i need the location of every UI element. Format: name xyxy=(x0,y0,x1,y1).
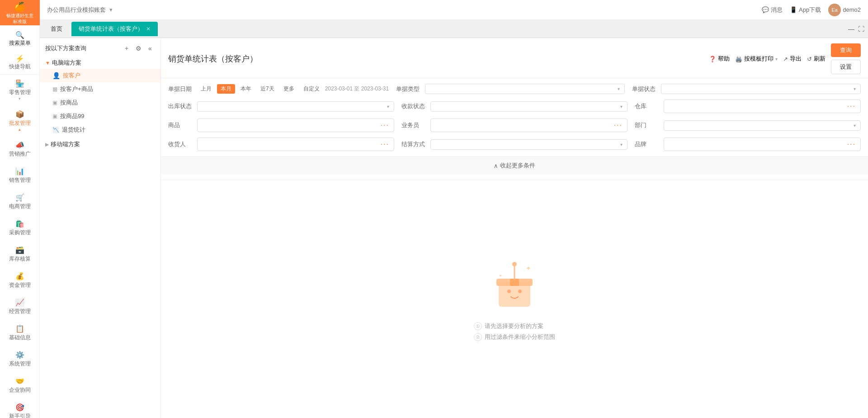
date-more[interactable]: 更多 xyxy=(280,84,298,94)
payment-status-select[interactable]: ▾ xyxy=(430,101,627,112)
doc-type-label: 单据类型 xyxy=(396,85,421,93)
warehouse-filter: 仓库 ··· xyxy=(635,100,861,113)
date-this-month[interactable]: 本月 xyxy=(217,84,235,94)
warehouse-input[interactable]: ··· xyxy=(664,100,861,113)
basic-icon: 📋 xyxy=(2,324,38,333)
sidebar-item-sales[interactable]: 📊 销售管理 xyxy=(0,162,40,189)
group-expand-icon: ▼ xyxy=(45,60,50,66)
svg-rect-2 xyxy=(510,279,519,286)
sidebar-quick-nav[interactable]: ⚡ 快捷导航 xyxy=(0,51,40,75)
ecommerce-icon: 🛒 xyxy=(2,193,38,202)
sidebar-item-wholesale[interactable]: 📦 批发管理 ▴ xyxy=(0,105,40,136)
settings-btn[interactable]: 设置 xyxy=(831,60,861,74)
maximize-btn[interactable]: ⛶ xyxy=(858,25,864,33)
purchase-label: 采购管理 xyxy=(2,229,38,237)
system-label: 系统管理 xyxy=(2,360,38,368)
tab-home[interactable]: 首页 xyxy=(43,22,70,36)
scheme-item-return-stats[interactable]: 📉 退货统计 xyxy=(40,123,160,137)
sidebar-item-retail[interactable]: 🏪 零售管理 ▾ xyxy=(0,75,40,105)
help-icon: ❓ xyxy=(709,56,716,62)
brand-label: 品牌 xyxy=(635,140,660,148)
dropdown-icon[interactable]: ▾ xyxy=(109,6,113,13)
salesman-dots: ··· xyxy=(614,121,623,129)
user-profile[interactable]: Ea demo2 xyxy=(828,4,861,16)
operation-icon: 📈 xyxy=(2,298,38,307)
sidebar-item-finance[interactable]: 💰 资金管理 xyxy=(0,267,40,294)
doc-type-select[interactable]: ▾ xyxy=(425,84,625,94)
retail-label: 零售管理 xyxy=(2,89,38,96)
scheme-group-mobile-header[interactable]: ▶ 移动端方案 xyxy=(40,138,160,150)
scheme-settings-btn[interactable]: ⚙ xyxy=(133,43,143,53)
settlement-chevron: ▾ xyxy=(620,142,623,147)
window-controls: — ⛶ xyxy=(848,25,864,33)
doc-status-select[interactable]: ▾ xyxy=(661,84,861,94)
new-guide-icon: 🎯 xyxy=(2,403,38,412)
scheme-label: 按商品 xyxy=(60,99,78,107)
salesman-filter: 业务员 ··· xyxy=(401,119,627,132)
goods-label: 商品 xyxy=(168,121,193,129)
sidebar-item-new-guide[interactable]: 🎯 新手引导 xyxy=(0,399,40,418)
scheme-item-by-customer[interactable]: 👤 按客户 xyxy=(40,69,160,82)
date-custom[interactable]: 自定义 xyxy=(300,84,323,94)
export-btn[interactable]: ↗ 导出 xyxy=(783,55,802,63)
scheme-item-by-goods99[interactable]: ▣ 按商品99 xyxy=(40,109,160,123)
app-download-btn[interactable]: 📱 App下载 xyxy=(790,6,821,14)
sidebar-item-corp-collab[interactable]: 🤝 企业协同 xyxy=(0,372,40,399)
minimize-btn[interactable]: — xyxy=(848,25,854,33)
doc-type-filter: 单据类型 ▾ xyxy=(396,84,625,94)
scheme-item-by-goods[interactable]: ▣ 按商品 xyxy=(40,96,160,109)
settlement-select[interactable]: ▾ xyxy=(430,139,627,150)
svg-text:✦: ✦ xyxy=(499,273,502,278)
settlement-label: 结算方式 xyxy=(401,140,427,148)
retail-arrow: ▾ xyxy=(2,96,38,101)
brand-input[interactable]: ··· xyxy=(664,138,861,151)
corp-collab-label: 企业协同 xyxy=(2,386,38,394)
date-last-month[interactable]: 上月 xyxy=(197,84,215,94)
date-last-7-days[interactable]: 近7天 xyxy=(257,84,278,94)
goods-input[interactable]: ··· xyxy=(197,119,394,132)
date-this-year[interactable]: 本年 xyxy=(237,84,255,94)
department-select[interactable]: ▾ xyxy=(664,120,861,131)
message-btn[interactable]: 💬 消息 xyxy=(762,6,783,14)
add-icon: ＋ xyxy=(123,44,130,52)
sidebar-item-ecommerce[interactable]: 🛒 电商管理 xyxy=(0,189,40,215)
date-bar: 上月 本月 本年 近7天 更多 自定义 2023-03-01 至 2023-03… xyxy=(197,84,389,94)
settings-icon: ⚙ xyxy=(136,45,142,52)
panel-collapse-btn[interactable]: « xyxy=(145,43,155,53)
print-btn[interactable]: 🖨️ 按模板打印 ▾ xyxy=(735,55,778,63)
sidebar-item-basic[interactable]: 📋 基础信息 xyxy=(0,320,40,346)
salesman-input[interactable]: ··· xyxy=(430,119,627,132)
receiver-dots: ··· xyxy=(381,140,389,148)
operation-label: 经营管理 xyxy=(2,308,38,315)
ecommerce-label: 电商管理 xyxy=(2,203,38,210)
sales-stats-tab-label: 销货单统计表（按客户） xyxy=(79,25,143,33)
group-label: 移动端方案 xyxy=(51,140,80,148)
refresh-btn[interactable]: ↺ 刷新 xyxy=(807,55,826,63)
sidebar-item-marketing[interactable]: 📣 营销推广 xyxy=(0,136,40,162)
tab-sales-stats[interactable]: 销货单统计表（按客户） ✕ xyxy=(71,22,158,36)
retail-icon: 🏪 xyxy=(2,79,38,88)
group-collapse-icon: ▶ xyxy=(45,142,49,147)
collapse-more-btn[interactable]: ∧ 收起更多条件 xyxy=(486,160,542,171)
receiver-filter: 收货人 ··· xyxy=(168,138,394,151)
goods-filter: 商品 ··· xyxy=(168,119,394,132)
sidebar-item-inventory[interactable]: 🗃️ 库存核算 xyxy=(0,241,40,267)
scheme-group-desktop-header[interactable]: ▼ 电脑端方案 xyxy=(40,57,160,69)
action-buttons: 查询 设置 xyxy=(831,43,861,74)
sidebar-item-purchase[interactable]: 🛍️ 采购管理 xyxy=(0,215,40,241)
receiver-label: 收货人 xyxy=(168,140,193,148)
receiver-input[interactable]: ··· xyxy=(197,138,394,151)
sidebar-item-system[interactable]: ⚙️ 系统管理 xyxy=(0,346,40,372)
doc-status-chevron: ▾ xyxy=(854,86,856,91)
sidebar-item-operation[interactable]: 📈 经营管理 xyxy=(0,294,40,320)
add-scheme-btn[interactable]: ＋ xyxy=(122,43,132,53)
scheme-item-by-customer-goods[interactable]: ▦ 按客户+商品 xyxy=(40,82,160,96)
query-btn[interactable]: 查询 xyxy=(831,43,861,57)
help-btn[interactable]: ❓ 帮助 xyxy=(709,55,730,63)
out-status-select[interactable]: ▾ xyxy=(197,101,394,112)
tab-close-btn[interactable]: ✕ xyxy=(146,26,151,32)
avatar: Ea xyxy=(828,4,841,16)
filter-area: 单据日期 上月 本月 本年 近7天 更多 自定义 2023-03-01 至 20… xyxy=(161,78,868,180)
sidebar-search[interactable]: 🔍 搜索菜单 xyxy=(0,25,40,51)
inventory-label: 库存核算 xyxy=(2,255,38,263)
